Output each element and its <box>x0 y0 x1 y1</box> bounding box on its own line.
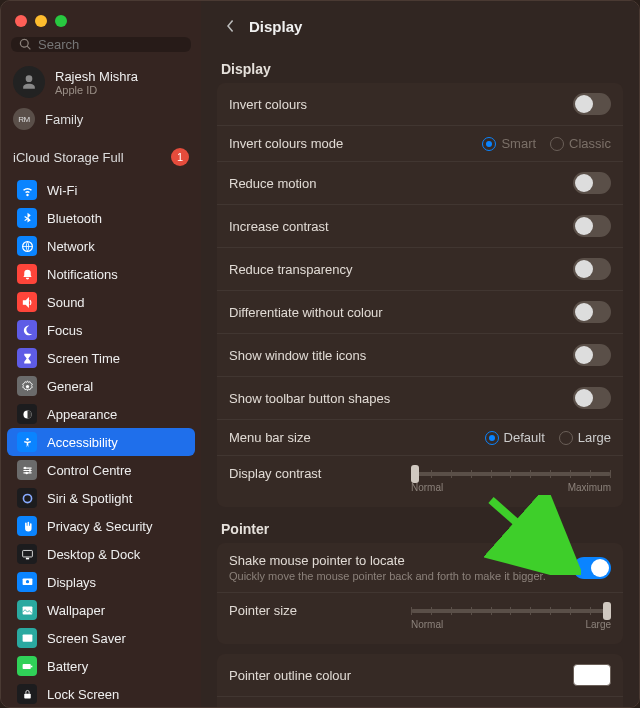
battery-icon <box>17 656 37 676</box>
family-row[interactable]: RM Family <box>1 102 201 140</box>
appearance-icon <box>17 404 37 424</box>
svg-rect-9 <box>25 557 28 559</box>
row-label: Increase contrast <box>229 219 329 234</box>
sidebar-item-label: Accessibility <box>47 435 118 450</box>
shake-toggle[interactable] <box>573 557 611 579</box>
radio-icon <box>550 137 564 151</box>
back-button[interactable] <box>219 15 241 37</box>
sidebar-item-notifications[interactable]: Notifications <box>7 260 195 288</box>
chevron-left-icon <box>224 18 236 34</box>
svg-rect-14 <box>22 664 30 669</box>
increase-contrast-row: Increase contrast <box>217 204 623 247</box>
sidebar-item-label: Battery <box>47 659 88 674</box>
page-title: Display <box>249 18 302 35</box>
row-label: Pointer size <box>229 603 297 618</box>
minimize-window-button[interactable] <box>35 15 47 27</box>
invert-colours-row: Invert colours <box>217 83 623 125</box>
invert-mode-classic[interactable]: Classic <box>550 136 611 151</box>
invert-mode-smart[interactable]: Smart <box>482 136 536 151</box>
row-label: Show window title icons <box>229 348 366 363</box>
sidebar-item-privacy[interactable]: Privacy & Security <box>7 512 195 540</box>
storage-badge: 1 <box>171 148 189 166</box>
sidebar-item-bluetooth[interactable]: Bluetooth <box>7 204 195 232</box>
sidebar-item-label: Screen Saver <box>47 631 126 646</box>
sidebar-item-battery[interactable]: Battery <box>7 652 195 680</box>
pointer-fill-row: Pointer fill colour <box>217 696 623 707</box>
svg-rect-8 <box>22 550 32 557</box>
zoom-window-button[interactable] <box>55 15 67 27</box>
sidebar-item-general[interactable]: General <box>7 372 195 400</box>
search-icon <box>19 38 32 51</box>
display-contrast-slider[interactable] <box>411 472 611 476</box>
sidebar-item-label: Displays <box>47 575 96 590</box>
search-input[interactable] <box>38 37 183 52</box>
menubar-size-row: Menu bar size Default Large <box>217 419 623 455</box>
gear-icon <box>17 376 37 396</box>
main: Display Display Invert colours Invert co… <box>201 1 639 707</box>
reduce-transparency-toggle[interactable] <box>573 258 611 280</box>
sidebar-item-label: Lock Screen <box>47 687 119 702</box>
sidebar-item-label: Appearance <box>47 407 117 422</box>
sidebar-item-focus[interactable]: Focus <box>7 316 195 344</box>
sidebar-item-wifi[interactable]: Wi-Fi <box>7 176 195 204</box>
sidebar-item-label: Wallpaper <box>47 603 105 618</box>
sidebar-item-lockscreen[interactable]: Lock Screen <box>7 680 195 707</box>
sidebar-item-accessibility[interactable]: Accessibility <box>7 428 195 456</box>
sidebar-item-label: Control Centre <box>47 463 132 478</box>
sidebar-item-network[interactable]: Network <box>7 232 195 260</box>
svg-point-1 <box>25 384 28 387</box>
sidebar-item-siri[interactable]: Siri & Spotlight <box>7 484 195 512</box>
close-window-button[interactable] <box>15 15 27 27</box>
pointer-outline-colour-well[interactable] <box>573 664 611 686</box>
sidebar-item-screensaver[interactable]: Screen Saver <box>7 624 195 652</box>
row-label: Display contrast <box>229 466 321 481</box>
sidebar-item-label: Desktop & Dock <box>47 547 140 562</box>
svg-rect-13 <box>22 634 32 641</box>
svg-point-6 <box>25 471 27 473</box>
apple-id-row[interactable]: Rajesh Mishra Apple ID <box>1 62 201 102</box>
row-label: Invert colours mode <box>229 136 343 151</box>
desktop-icon <box>17 544 37 564</box>
invert-colours-toggle[interactable] <box>573 93 611 115</box>
sidebar-item-label: Notifications <box>47 267 118 282</box>
title-icons-row: Show window title icons <box>217 333 623 376</box>
row-label: Menu bar size <box>229 430 311 445</box>
display-icon <box>17 572 37 592</box>
family-label: Family <box>45 112 83 127</box>
diff-colour-toggle[interactable] <box>573 301 611 323</box>
icloud-storage-row[interactable]: iCloud Storage Full 1 <box>1 140 201 176</box>
wallpaper-icon <box>17 600 37 620</box>
svg-point-7 <box>23 494 31 502</box>
sidebar-item-appearance[interactable]: Appearance <box>7 400 195 428</box>
accessibility-icon <box>17 432 37 452</box>
profile-sub: Apple ID <box>55 84 138 96</box>
toolbar-shapes-toggle[interactable] <box>573 387 611 409</box>
svg-point-3 <box>26 438 28 440</box>
row-label: Differentiate without colour <box>229 305 383 320</box>
sidebar-item-desktop[interactable]: Desktop & Dock <box>7 540 195 568</box>
pointer-size-slider[interactable] <box>411 609 611 613</box>
pointer-colour-panel: Pointer outline colour Pointer fill colo… <box>217 654 623 707</box>
display-section-title: Display <box>217 47 623 83</box>
sidebar-item-label: Sound <box>47 295 85 310</box>
family-icon: RM <box>13 108 35 130</box>
sidebar-item-label: Network <box>47 239 95 254</box>
title-icons-toggle[interactable] <box>573 344 611 366</box>
reduce-motion-toggle[interactable] <box>573 172 611 194</box>
sidebar-item-wallpaper[interactable]: Wallpaper <box>7 596 195 624</box>
siri-icon <box>17 488 37 508</box>
svg-point-11 <box>25 580 28 583</box>
sidebar-item-screentime[interactable]: Screen Time <box>7 344 195 372</box>
increase-contrast-toggle[interactable] <box>573 215 611 237</box>
menubar-default[interactable]: Default <box>485 430 545 445</box>
menubar-large[interactable]: Large <box>559 430 611 445</box>
moon-icon <box>17 320 37 340</box>
sidebar-item-displays[interactable]: Displays <box>7 568 195 596</box>
header: Display <box>201 1 639 47</box>
sidebar-item-sound[interactable]: Sound <box>7 288 195 316</box>
svg-point-5 <box>28 469 30 471</box>
search-field[interactable] <box>11 37 191 52</box>
sidebar-item-controlcentre[interactable]: Control Centre <box>7 456 195 484</box>
radio-icon <box>482 137 496 151</box>
sliders-icon <box>17 460 37 480</box>
